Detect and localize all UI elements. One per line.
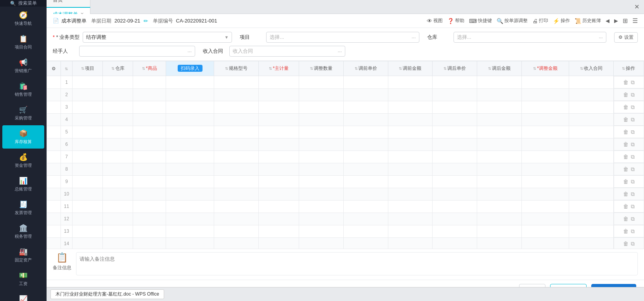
cell-after_price-3[interactable] — [433, 101, 477, 113]
nav-prev-btn[interactable]: ◀ — [606, 18, 609, 24]
cell-unit-5[interactable] — [259, 126, 299, 138]
cell-income_contract-8[interactable] — [569, 163, 613, 175]
cell-scan-8[interactable] — [166, 163, 214, 175]
copy-icon-3[interactable]: ⧉ — [631, 104, 635, 111]
cell-after_amount-6[interactable] — [477, 138, 522, 150]
cell-spec-11[interactable] — [214, 200, 259, 213]
cell-scan-12[interactable] — [166, 213, 214, 225]
cell-adjust_amount-14[interactable] — [521, 237, 569, 249]
cell-adjust_amount-8[interactable] — [521, 163, 569, 175]
cell-before_price-10[interactable] — [343, 188, 388, 200]
cell-income_contract-2[interactable] — [569, 88, 613, 101]
cell-adjust_amount-11[interactable] — [521, 200, 569, 213]
cell-spec-2[interactable] — [214, 88, 259, 101]
cell-before_amount-5[interactable] — [388, 126, 433, 138]
cell-before_amount-2[interactable] — [388, 88, 433, 101]
cell-qty-1[interactable] — [299, 76, 343, 89]
sidebar-item-inventory[interactable]: 📦 库存核算 — [2, 125, 44, 149]
cell-scan-10[interactable] — [166, 188, 214, 200]
cell-product-14[interactable] — [133, 237, 166, 249]
cell-before_amount-9[interactable] — [388, 175, 433, 188]
cell-qty-3[interactable] — [299, 101, 343, 113]
cell-spec-12[interactable] — [214, 213, 259, 225]
cell-before_price-3[interactable] — [343, 101, 388, 113]
sidebar-item-finance[interactable]: 💰 资金管理 — [2, 149, 44, 172]
cell-warehouse-14[interactable] — [103, 237, 133, 249]
col-header-settings[interactable]: ⚙ — [47, 61, 61, 76]
cell-spec-8[interactable] — [214, 163, 259, 175]
sidebar-item-tax[interactable]: 🏛️ 税务管理 — [2, 220, 44, 243]
cell-qty-7[interactable] — [299, 150, 343, 163]
sidebar-search[interactable]: 🔍 搜索菜单 — [0, 0, 47, 7]
notes-input[interactable] — [76, 252, 638, 275]
sidebar-item-purchase[interactable]: 🛒 采购管理 — [2, 102, 44, 125]
copy-icon-6[interactable]: ⧉ — [631, 141, 635, 148]
cell-before_price-13[interactable] — [343, 225, 388, 237]
cell-scan-1[interactable] — [166, 76, 214, 89]
cell-before_amount-14[interactable] — [388, 237, 433, 249]
cell-adjust_amount-5[interactable] — [521, 126, 569, 138]
cell-product-10[interactable] — [133, 188, 166, 200]
delete-icon-2[interactable]: 🗑 — [623, 92, 628, 98]
cell-warehouse-2[interactable] — [103, 88, 133, 101]
cell-adjust_amount-10[interactable] — [521, 188, 569, 200]
action-history[interactable]: 📜 历史账簿 — [575, 17, 601, 24]
cell-project-12[interactable] — [73, 213, 103, 225]
cell-income_contract-3[interactable] — [569, 101, 613, 113]
cell-unit-2[interactable] — [259, 88, 299, 101]
cell-unit-14[interactable] — [259, 237, 299, 249]
cell-after_amount-10[interactable] — [477, 188, 522, 200]
cell-adjust_amount-3[interactable] — [521, 101, 569, 113]
view-list-btn[interactable]: ☰ — [632, 17, 638, 24]
cell-project-1[interactable] — [73, 76, 103, 89]
delete-icon-10[interactable]: 🗑 — [623, 191, 628, 197]
cell-before_amount-6[interactable] — [388, 138, 433, 150]
cell-before_price-9[interactable] — [343, 175, 388, 188]
cell-income_contract-11[interactable] — [569, 200, 613, 213]
delete-icon-11[interactable]: 🗑 — [623, 203, 628, 209]
cell-project-9[interactable] — [73, 175, 103, 188]
cell-before_price-4[interactable] — [343, 113, 388, 126]
cell-after_price-8[interactable] — [433, 163, 477, 175]
cell-spec-13[interactable] — [214, 225, 259, 237]
cell-product-3[interactable] — [133, 101, 166, 113]
cell-adjust_amount-2[interactable] — [521, 88, 569, 101]
cell-after_price-13[interactable] — [433, 225, 477, 237]
cell-after_amount-11[interactable] — [477, 200, 522, 213]
cell-scan-14[interactable] — [166, 237, 214, 249]
cell-unit-9[interactable] — [259, 175, 299, 188]
copy-icon-1[interactable]: ⧉ — [631, 79, 635, 86]
cell-adjust_amount-12[interactable] — [521, 213, 569, 225]
cell-adjust_amount-6[interactable] — [521, 138, 569, 150]
cell-product-8[interactable] — [133, 163, 166, 175]
cell-income_contract-7[interactable] — [569, 150, 613, 163]
nav-next-btn[interactable]: ▶ — [614, 18, 618, 24]
cell-project-13[interactable] — [73, 225, 103, 237]
cell-scan-4[interactable] — [166, 113, 214, 126]
cell-after_amount-9[interactable] — [477, 175, 522, 188]
cell-unit-4[interactable] — [259, 113, 299, 126]
cell-after_price-7[interactable] — [433, 150, 477, 163]
cell-income_contract-6[interactable] — [569, 138, 613, 150]
copy-icon-11[interactable]: ⧉ — [631, 203, 635, 210]
cell-project-4[interactable] — [73, 113, 103, 126]
cell-unit-11[interactable] — [259, 200, 299, 213]
cell-after_amount-7[interactable] — [477, 150, 522, 163]
cell-warehouse-8[interactable] — [103, 163, 133, 175]
cell-before_amount-7[interactable] — [388, 150, 433, 163]
cell-after_price-1[interactable] — [433, 76, 477, 89]
settings-button[interactable]: ⚙ 设置 — [614, 32, 638, 43]
sidebar-item-payroll[interactable]: 💵 工资 — [2, 267, 44, 291]
cell-spec-5[interactable] — [214, 126, 259, 138]
cell-adjust_amount-9[interactable] — [521, 175, 569, 188]
copy-icon-13[interactable]: ⧉ — [631, 228, 635, 235]
cell-spec-10[interactable] — [214, 188, 259, 200]
cell-after_amount-14[interactable] — [477, 237, 522, 249]
delete-icon-12[interactable]: 🗑 — [623, 216, 628, 222]
cell-after_price-10[interactable] — [433, 188, 477, 200]
delete-icon-1[interactable]: 🗑 — [623, 79, 628, 85]
cell-spec-7[interactable] — [214, 150, 259, 163]
cell-before_amount-1[interactable] — [388, 76, 433, 89]
cell-qty-2[interactable] — [299, 88, 343, 101]
delete-icon-4[interactable]: 🗑 — [623, 116, 628, 123]
